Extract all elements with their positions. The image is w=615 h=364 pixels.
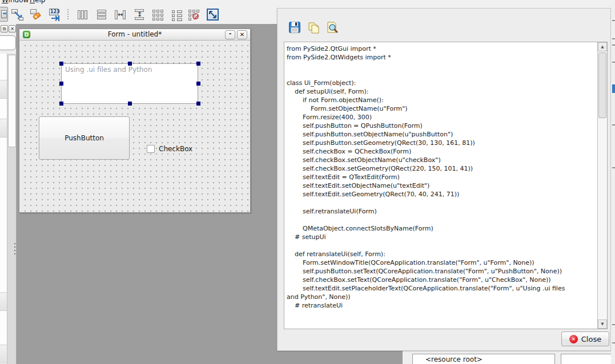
- layout-grid-icon: [152, 10, 155, 13]
- edge-marker-blue: [612, 84, 615, 93]
- widget-box-item[interactable]: [0, 80, 7, 99]
- edge-tick: [612, 45, 615, 46]
- edit-signals-slots-button[interactable]: [10, 7, 25, 22]
- textedit-widget[interactable]: Using .ui files and Python: [61, 63, 198, 104]
- view-code-dialog: from PySide2.QtGui import * from PySide2…: [277, 8, 611, 351]
- selection-handle-nw[interactable]: [59, 62, 63, 66]
- layout-grid-button[interactable]: [150, 7, 165, 22]
- generated-python-code[interactable]: from PySide2.QtGui import * from PySide2…: [284, 42, 597, 329]
- form-canvas[interactable]: Using .ui files and Python PushButton Ch…: [20, 41, 250, 212]
- widget-filter-input[interactable]: [0, 35, 16, 50]
- resource-root-item[interactable]: <resource root>: [413, 354, 554, 363]
- widget-box-item[interactable]: [0, 345, 7, 363]
- edge-tick: [612, 38, 615, 39]
- copy-code-button[interactable]: [307, 21, 320, 35]
- selection-handle-se[interactable]: [196, 102, 200, 106]
- widget-box-item[interactable]: [0, 119, 7, 137]
- dock-float-button[interactable]: ⧉: [1, 25, 8, 33]
- save-icon: [288, 21, 301, 34]
- edit-widgets-icon: [1, 10, 7, 18]
- form-window-title: Form - untitled*: [19, 30, 250, 38]
- textedit-placeholder: Using .ui files and Python: [62, 64, 198, 75]
- layout-splitter-vertical-button[interactable]: ↕: [131, 7, 146, 22]
- code-scroll-thumb[interactable]: [598, 52, 606, 118]
- layout-horizontal-icon: [78, 10, 81, 19]
- dock-splitter-handle[interactable]: [14, 243, 16, 258]
- save-code-button[interactable]: [288, 21, 302, 35]
- qt-designer-main-window: Window Help 123: [0, 0, 615, 364]
- form-editor-window: D Form - untitled* - ✕ Using .ui files a…: [19, 29, 251, 213]
- copy-icon: [307, 21, 320, 35]
- layout-form-icon: [172, 10, 175, 13]
- layout-splitter-horizontal-button[interactable]: ↔: [112, 7, 127, 22]
- close-button-label: Close: [581, 335, 601, 343]
- edge-tick: [612, 324, 615, 325]
- edge-tick: [612, 20, 615, 21]
- break-layout-prohibit-icon: [192, 13, 199, 19]
- adjust-size-button[interactable]: [205, 7, 220, 22]
- pushbutton-widget[interactable]: PushButton: [39, 116, 130, 160]
- find-icon: [325, 21, 339, 35]
- selection-handle-ne[interactable]: [196, 62, 200, 66]
- form-minimize-button[interactable]: -: [225, 30, 235, 39]
- right-edge-strip: [611, 0, 615, 364]
- code-view[interactable]: from PySide2.QtGui import * from PySide2…: [284, 42, 608, 329]
- code-dialog-toolbar: [278, 9, 610, 35]
- edit-widgets-icon-detail: [3, 13, 7, 14]
- checkbox-widget[interactable]: CheckBox: [147, 145, 192, 153]
- find-in-code-button[interactable]: [325, 21, 339, 35]
- checkbox-label: CheckBox: [159, 145, 192, 153]
- close-red-icon: ✕: [569, 335, 578, 343]
- adjust-size-arrow-icon: [206, 7, 220, 22]
- close-dialog-button[interactable]: ✕ Close: [561, 331, 609, 346]
- scroll-down-button[interactable]: ▼: [598, 319, 607, 329]
- widget-box-scroll-thumb[interactable]: [8, 55, 16, 147]
- menu-help[interactable]: Help: [30, 0, 45, 4]
- layout-horizontal-button[interactable]: [75, 7, 90, 22]
- resource-tree[interactable]: <resource root>: [412, 354, 555, 364]
- menu-window[interactable]: Window: [2, 0, 29, 4]
- pushbutton-label: PushButton: [65, 134, 104, 142]
- break-layout-icon: [188, 10, 191, 13]
- edit-buddies-button[interactable]: [29, 7, 43, 22]
- selection-handle-s[interactable]: [128, 102, 132, 106]
- code-scrollbar[interactable]: ▲ ▼: [597, 42, 607, 329]
- widget-box-dock: ⧉ ✕: [0, 24, 17, 364]
- form-window-titlebar[interactable]: D Form - untitled* - ✕: [19, 29, 250, 41]
- widget-box-scrollbar[interactable]: [7, 54, 16, 364]
- layout-vertical-button[interactable]: [94, 7, 108, 22]
- form-close-button[interactable]: ✕: [237, 30, 247, 39]
- edge-tick: [612, 167, 615, 168]
- scroll-up-button[interactable]: ▲: [598, 42, 607, 51]
- edge-tick: [612, 62, 615, 63]
- edit-widgets-button[interactable]: [0, 7, 8, 22]
- resource-preview-pane[interactable]: [561, 354, 615, 364]
- selection-handle-e[interactable]: [196, 82, 200, 86]
- widget-box-item[interactable]: [0, 292, 7, 311]
- signal-target-icon: [19, 17, 23, 21]
- layout-vertical-icon: [97, 10, 106, 13]
- toolbar-separator: [67, 9, 69, 21]
- checkbox-indicator[interactable]: [147, 145, 155, 153]
- resource-browser-dock: <resource root>: [403, 352, 611, 364]
- dock-close-button[interactable]: ✕: [9, 25, 16, 33]
- break-layout-button[interactable]: [186, 7, 201, 22]
- tab-order-arrow-icon: [48, 7, 63, 22]
- selection-handle-n[interactable]: [128, 62, 132, 66]
- layout-form-button[interactable]: [169, 7, 184, 22]
- edit-tab-order-button[interactable]: 123: [47, 7, 62, 22]
- menubar: Window Help: [0, 0, 615, 6]
- selection-handle-w[interactable]: [59, 82, 63, 86]
- selection-handle-sw[interactable]: [59, 102, 63, 106]
- edge-tick: [612, 342, 615, 343]
- edge-tick: [612, 124, 615, 126]
- widget-box-list[interactable]: [0, 54, 7, 364]
